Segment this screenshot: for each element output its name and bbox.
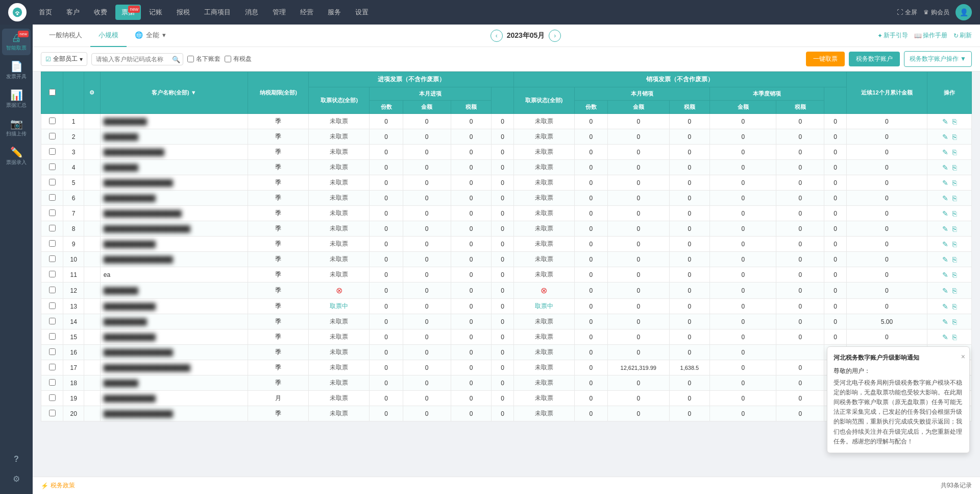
sidebar-item-smart-ticket[interactable]: 🖨 智能取票 new: [2, 29, 31, 55]
one-click-take-btn[interactable]: 一键取票: [806, 52, 845, 66]
td-checkbox[interactable]: [41, 330, 63, 345]
prev-month-btn[interactable]: ‹: [491, 30, 503, 42]
td-checkbox[interactable]: [41, 267, 63, 283]
row-checkbox[interactable]: [49, 179, 56, 185]
td-checkbox[interactable]: [41, 314, 63, 330]
sidebar-help[interactable]: ?: [2, 451, 31, 468]
copy-icon[interactable]: ⎘: [952, 133, 957, 141]
operation-manual-btn[interactable]: 📖 操作手册: [914, 31, 947, 40]
row-checkbox[interactable]: [49, 194, 56, 201]
row-checkbox[interactable]: [49, 302, 56, 309]
tab-all[interactable]: 🌐 全能 ▾: [127, 25, 174, 47]
edit-icon[interactable]: ✎: [942, 302, 948, 311]
digital-account-btn[interactable]: 税务数字账户: [849, 52, 900, 66]
vip-btn[interactable]: ♛ 购会员: [923, 8, 949, 17]
td-checkbox[interactable]: [41, 252, 63, 267]
column-setting-icon[interactable]: ⚙: [89, 89, 94, 96]
edit-icon[interactable]: ✎: [942, 133, 948, 141]
row-checkbox[interactable]: [49, 318, 56, 324]
new-guide-btn[interactable]: ✦ 新手引导: [877, 31, 908, 40]
row-checkbox[interactable]: [49, 117, 56, 124]
employee-select[interactable]: ☑ 全部员工 ▾: [41, 52, 87, 66]
edit-icon[interactable]: ✎: [942, 240, 948, 248]
sidebar-settings[interactable]: ⚙: [2, 470, 31, 488]
copy-icon[interactable]: ⎘: [952, 194, 957, 202]
row-checkbox[interactable]: [49, 255, 56, 262]
row-checkbox[interactable]: [49, 379, 56, 386]
row-checkbox[interactable]: [49, 364, 56, 370]
edit-icon[interactable]: ✎: [942, 287, 948, 295]
td-checkbox[interactable]: [41, 129, 63, 145]
nav-customer[interactable]: 客户: [60, 5, 86, 20]
notification-close-btn[interactable]: ×: [961, 351, 965, 362]
next-month-btn[interactable]: ›: [549, 30, 561, 42]
row-checkbox[interactable]: [49, 410, 56, 416]
user-avatar[interactable]: 👤: [955, 4, 972, 20]
row-checkbox[interactable]: [49, 287, 56, 293]
copy-icon[interactable]: ⎘: [952, 148, 957, 156]
sidebar-item-invoice-open[interactable]: 📄 发票开具: [2, 57, 31, 84]
row-checkbox[interactable]: [49, 240, 56, 247]
row-checkbox[interactable]: [49, 271, 56, 277]
sidebar-item-invoice-entry[interactable]: ✏️ 票据录入: [2, 143, 31, 170]
nav-message[interactable]: 消息: [239, 5, 264, 20]
under-account-checkbox[interactable]: 名下账套: [187, 55, 220, 63]
fullscreen-btn[interactable]: ⛶ 全屏: [897, 8, 917, 17]
edit-icon[interactable]: ✎: [942, 271, 948, 279]
nav-home[interactable]: 首页: [33, 5, 58, 20]
nav-settings[interactable]: 设置: [349, 5, 375, 20]
td-checkbox[interactable]: [41, 299, 63, 314]
td-checkbox[interactable]: [41, 237, 63, 252]
nav-operations[interactable]: 经营: [294, 5, 320, 20]
has-tax-disk-checkbox[interactable]: 有税盘: [225, 55, 252, 63]
select-all-checkbox[interactable]: [49, 89, 56, 96]
refresh-btn[interactable]: ↻ 刷新: [953, 31, 972, 40]
copy-icon[interactable]: ⎘: [952, 163, 957, 172]
nav-invoice[interactable]: 票据 new: [115, 5, 141, 20]
copy-icon[interactable]: ⎘: [952, 302, 957, 311]
row-checkbox[interactable]: [49, 209, 56, 216]
row-checkbox[interactable]: [49, 394, 56, 401]
copy-icon[interactable]: ⎘: [952, 333, 957, 341]
tab-general-taxpayer[interactable]: 一般纳税人: [41, 25, 90, 47]
edit-icon[interactable]: ✎: [942, 209, 948, 218]
nav-tax[interactable]: 报税: [170, 5, 196, 20]
edit-icon[interactable]: ✎: [942, 163, 948, 172]
sidebar-item-invoice-summary[interactable]: 📊 票据汇总: [2, 86, 31, 112]
has-tax-disk-check[interactable]: [225, 56, 231, 62]
td-checkbox[interactable]: [41, 391, 63, 406]
row-checkbox[interactable]: [49, 348, 56, 355]
copy-icon[interactable]: ⎘: [952, 179, 957, 187]
search-icon[interactable]: 🔍: [172, 55, 180, 63]
edit-icon[interactable]: ✎: [942, 255, 948, 264]
edit-icon[interactable]: ✎: [942, 179, 948, 187]
search-input[interactable]: [91, 53, 183, 65]
nav-fee[interactable]: 收费: [88, 5, 113, 20]
row-checkbox[interactable]: [49, 333, 56, 340]
copy-icon[interactable]: ⎘: [952, 225, 957, 233]
edit-icon[interactable]: ✎: [942, 117, 948, 126]
edit-icon[interactable]: ✎: [942, 333, 948, 341]
nav-service[interactable]: 服务: [322, 5, 347, 20]
tax-policy-link[interactable]: 税务政策: [51, 481, 75, 490]
copy-icon[interactable]: ⎘: [952, 117, 957, 126]
td-checkbox[interactable]: [41, 145, 63, 160]
td-checkbox[interactable]: [41, 360, 63, 375]
digital-account-op-btn[interactable]: 税务数字账户操作 ▼: [904, 51, 972, 67]
nav-business[interactable]: 工商项目: [198, 5, 237, 20]
edit-icon[interactable]: ✎: [942, 318, 948, 326]
copy-icon[interactable]: ⎘: [952, 318, 957, 326]
row-checkbox[interactable]: [49, 148, 56, 155]
td-checkbox[interactable]: [41, 114, 63, 129]
row-checkbox[interactable]: [49, 133, 56, 139]
copy-icon[interactable]: ⎘: [952, 255, 957, 264]
td-checkbox[interactable]: [41, 206, 63, 221]
edit-icon[interactable]: ✎: [942, 148, 948, 156]
copy-icon[interactable]: ⎘: [952, 209, 957, 218]
td-checkbox[interactable]: [41, 175, 63, 191]
logo[interactable]: [8, 3, 27, 21]
edit-icon[interactable]: ✎: [942, 194, 948, 202]
td-checkbox[interactable]: [41, 406, 63, 421]
copy-icon[interactable]: ⎘: [952, 287, 957, 295]
nav-accounting[interactable]: 记账: [143, 5, 168, 20]
